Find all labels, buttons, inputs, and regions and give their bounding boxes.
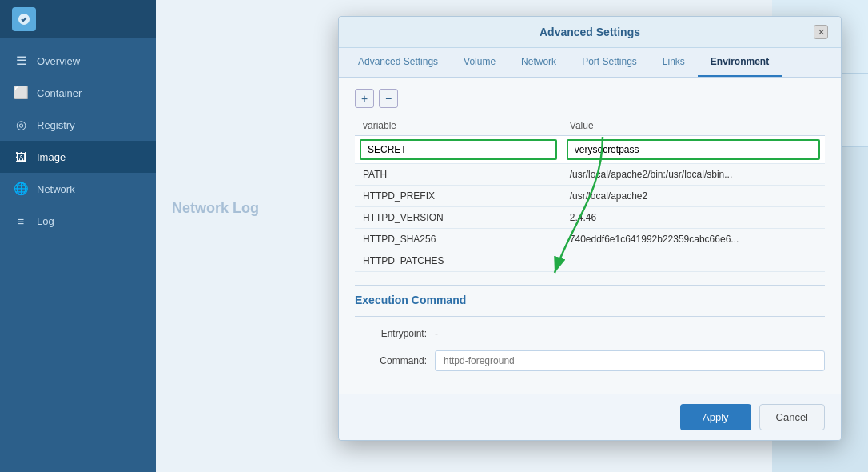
sidebar-item-network-label: Network bbox=[37, 183, 75, 195]
tab-network[interactable]: Network bbox=[508, 48, 569, 77]
env-value-httpd-patches bbox=[562, 250, 825, 272]
section-divider bbox=[355, 285, 825, 286]
table-row[interactable]: PATH /usr/local/apache2/bin:/usr/local/s… bbox=[355, 164, 825, 186]
sidebar-item-image[interactable]: 🖼 Image bbox=[0, 141, 156, 173]
tab-environment[interactable]: Environment bbox=[698, 48, 782, 77]
image-icon: 🖼 bbox=[13, 149, 29, 165]
sidebar-item-registry-label: Registry bbox=[37, 119, 75, 131]
table-row[interactable]: HTTPD_PREFIX /usr/local/apache2 bbox=[355, 186, 825, 207]
col-variable: variable bbox=[355, 116, 562, 136]
sidebar-item-container-label: Container bbox=[37, 87, 82, 99]
command-input[interactable] bbox=[435, 350, 825, 371]
sidebar-item-log-label: Log bbox=[37, 215, 54, 227]
env-row-active bbox=[355, 136, 825, 164]
container-icon: ⬜ bbox=[13, 85, 29, 101]
modal-footer: Apply Cancel bbox=[339, 394, 841, 440]
sidebar: ☰ Overview ⬜ Container ◎ Registry 🖼 Imag… bbox=[0, 0, 156, 472]
exec-divider bbox=[355, 316, 825, 317]
sidebar-item-network[interactable]: 🌐 Network bbox=[0, 173, 156, 205]
env-variable-httpd-prefix: HTTPD_PREFIX bbox=[355, 186, 562, 207]
env-table: variable Value bbox=[355, 116, 825, 272]
entrypoint-label: Entrypoint: bbox=[355, 328, 427, 339]
table-row[interactable]: HTTPD_VERSION 2.4.46 bbox=[355, 207, 825, 229]
sidebar-item-overview[interactable]: ☰ Overview bbox=[0, 45, 156, 77]
command-row: Command: bbox=[355, 350, 825, 371]
tab-advanced-settings[interactable]: Advanced Settings bbox=[345, 48, 451, 77]
execution-command-section: Execution Command Entrypoint: - Command: bbox=[355, 294, 825, 371]
env-cell-var-active[interactable] bbox=[355, 136, 562, 164]
sidebar-item-overview-label: Overview bbox=[37, 55, 80, 67]
command-label: Command: bbox=[355, 355, 427, 366]
modal-body: + − variable Value bbox=[339, 78, 841, 394]
sidebar-item-registry[interactable]: ◎ Registry bbox=[0, 109, 156, 141]
entrypoint-row: Entrypoint: - bbox=[355, 328, 825, 339]
app-logo bbox=[12, 7, 36, 31]
env-variable-path: PATH bbox=[355, 164, 562, 186]
env-value-httpd-version: 2.4.46 bbox=[562, 207, 825, 229]
log-icon: ≡ bbox=[13, 213, 29, 229]
sidebar-nav: ☰ Overview ⬜ Container ◎ Registry 🖼 Imag… bbox=[0, 38, 156, 237]
modal-title: Advanced Settings bbox=[366, 26, 814, 38]
env-toolbar: + − bbox=[355, 89, 825, 108]
entrypoint-value: - bbox=[435, 328, 438, 339]
add-env-button[interactable]: + bbox=[355, 89, 374, 108]
env-variable-httpd-version: HTTPD_VERSION bbox=[355, 207, 562, 229]
col-value: Value bbox=[562, 116, 825, 136]
sidebar-item-container[interactable]: ⬜ Container bbox=[0, 77, 156, 109]
network-log-bg-text: Network Log bbox=[156, 192, 316, 225]
table-row[interactable]: HTTPD_SHA256 740eddf6e1c641992b22359cabc… bbox=[355, 229, 825, 250]
remove-env-button[interactable]: − bbox=[379, 89, 398, 108]
network-icon: 🌐 bbox=[13, 181, 29, 197]
env-value-httpd-prefix: /usr/local/apache2 bbox=[562, 186, 825, 207]
tab-links[interactable]: Links bbox=[650, 48, 698, 77]
sidebar-item-image-label: Image bbox=[37, 151, 66, 163]
env-value-input[interactable] bbox=[567, 139, 820, 160]
env-value-path: /usr/local/apache2/bin:/usr/local/sbin..… bbox=[562, 164, 825, 186]
modal-titlebar: Advanced Settings ✕ bbox=[339, 17, 841, 48]
table-row[interactable]: HTTPD_PATCHES bbox=[355, 250, 825, 272]
tab-volume[interactable]: Volume bbox=[451, 48, 508, 77]
modal-close-button[interactable]: ✕ bbox=[814, 25, 828, 39]
main-content: Network Log 🗄 138 MB 🗄 422 MB Advanced S… bbox=[156, 0, 868, 472]
exec-section-title: Execution Command bbox=[355, 294, 825, 306]
cancel-button[interactable]: Cancel bbox=[759, 404, 825, 430]
registry-icon: ◎ bbox=[13, 117, 29, 133]
env-value-httpd-sha256: 740eddf6e1c641992b22359cabc66e6... bbox=[562, 229, 825, 250]
tab-port-settings[interactable]: Port Settings bbox=[569, 48, 650, 77]
app-background: ☰ Overview ⬜ Container ◎ Registry 🖼 Imag… bbox=[0, 0, 868, 472]
sidebar-item-log[interactable]: ≡ Log bbox=[0, 205, 156, 237]
env-variable-httpd-patches: HTTPD_PATCHES bbox=[355, 250, 562, 272]
advanced-settings-modal: Advanced Settings ✕ Advanced Settings Vo… bbox=[338, 16, 842, 441]
apply-button[interactable]: Apply bbox=[680, 404, 751, 430]
tab-bar: Advanced Settings Volume Network Port Se… bbox=[339, 48, 841, 78]
env-cell-val-active[interactable] bbox=[562, 136, 825, 164]
sidebar-header bbox=[0, 0, 156, 38]
overview-icon: ☰ bbox=[13, 53, 29, 69]
env-variable-httpd-sha256: HTTPD_SHA256 bbox=[355, 229, 562, 250]
env-variable-input[interactable] bbox=[360, 139, 557, 160]
